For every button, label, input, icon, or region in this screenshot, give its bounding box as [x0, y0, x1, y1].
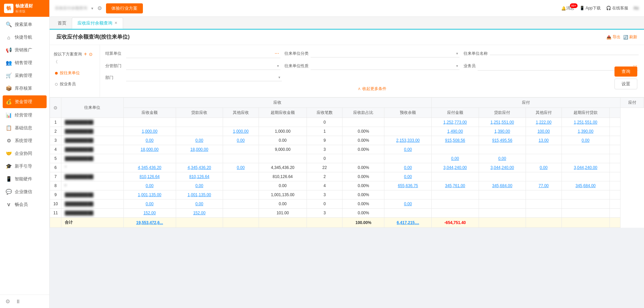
- table-cell[interactable]: [123, 118, 176, 127]
- table-cell[interactable]: 1,390.00: [479, 127, 526, 136]
- table-cell[interactable]: 2,153,333.00: [384, 136, 432, 145]
- settings-icon[interactable]: ⚙: [5, 298, 10, 305]
- table-cell[interactable]: [384, 190, 432, 200]
- table-cell[interactable]: 1,000.00: [223, 127, 259, 136]
- sidebar-item-purchase[interactable]: 🛒 采购管理: [0, 69, 49, 82]
- collapse-icon[interactable]: ⏸: [15, 299, 21, 305]
- table-cell[interactable]: [223, 154, 259, 163]
- table-cell[interactable]: 655,636.75: [384, 181, 432, 190]
- table-cell[interactable]: 1,251,551.00: [561, 118, 610, 127]
- table-cell[interactable]: 810,126.64: [123, 172, 176, 181]
- table-cell[interactable]: [223, 172, 259, 181]
- gear-icon[interactable]: ⚙: [53, 105, 58, 111]
- filter-settings-btn[interactable]: ⊙: [89, 52, 93, 57]
- sidebar-item-finance[interactable]: 💰 资金管理: [3, 95, 47, 108]
- table-cell[interactable]: 0.00: [223, 163, 259, 172]
- try-industry-btn[interactable]: 体验行业方案: [106, 3, 143, 13]
- sidebar-item-system[interactable]: ⚙ 系统管理: [0, 134, 49, 147]
- filter-menu-by-unit[interactable]: 按往来单位: [50, 68, 100, 79]
- sidebar-item-sales[interactable]: 👥 销售管理: [0, 56, 49, 69]
- sidebar-item-cooperation[interactable]: 🤝 企业协同: [0, 147, 49, 160]
- table-cell[interactable]: [561, 209, 610, 218]
- table-cell[interactable]: 810,126.64: [176, 172, 223, 181]
- table-cell[interactable]: 3,044,240.00: [479, 163, 526, 172]
- table-cell[interactable]: 1,390.00: [561, 127, 610, 136]
- table-cell[interactable]: 3,044,240.00: [561, 163, 610, 172]
- table-cell[interactable]: [561, 190, 610, 200]
- table-cell[interactable]: [223, 190, 259, 200]
- sidebar-item-basic[interactable]: 📋 基础信息: [0, 122, 49, 134]
- table-cell[interactable]: 0.00: [123, 136, 176, 145]
- table-cell[interactable]: [479, 200, 526, 209]
- table-cell[interactable]: 0.00: [384, 200, 432, 209]
- table-cell[interactable]: [526, 154, 561, 163]
- sidebar-item-inventory[interactable]: 📦 库存核算: [0, 82, 49, 95]
- sidebar-item-wechat[interactable]: 💬 企业微信: [0, 185, 49, 198]
- table-cell[interactable]: [479, 145, 526, 154]
- table-cell[interactable]: 4,345,436.20: [176, 163, 223, 172]
- table-cell[interactable]: 1,001,135.00: [123, 190, 176, 200]
- table-cell[interactable]: 0.00: [123, 200, 176, 209]
- table-cell[interactable]: 0.00: [526, 163, 561, 172]
- table-cell[interactable]: 345,684.00: [561, 181, 610, 190]
- table-cell[interactable]: 152.00: [176, 209, 223, 218]
- table-cell[interactable]: 0.00: [384, 163, 432, 172]
- sidebar-item-operations[interactable]: 📊 经营管理: [0, 109, 49, 122]
- table-cell[interactable]: 1,251,551.00: [479, 118, 526, 127]
- footer-ar-prepay[interactable]: 6,417,215....: [384, 218, 432, 228]
- sidebar-item-hardware[interactable]: 📱 智能硬件: [0, 173, 49, 185]
- table-cell[interactable]: [479, 209, 526, 218]
- tab-ar-ap-query[interactable]: 应收应付余额查询 ✕: [72, 17, 123, 29]
- table-cell[interactable]: 1,222.00: [526, 118, 561, 127]
- table-cell[interactable]: [561, 145, 610, 154]
- table-cell[interactable]: 0.00: [384, 172, 432, 181]
- table-cell[interactable]: [526, 172, 561, 181]
- table-cell[interactable]: [384, 209, 432, 218]
- table-cell[interactable]: [384, 154, 432, 163]
- table-cell[interactable]: 0.00: [384, 145, 432, 154]
- table-cell[interactable]: 0.00: [176, 181, 223, 190]
- settings-btn[interactable]: 设置: [614, 79, 637, 89]
- table-cell[interactable]: 0.00: [561, 136, 610, 145]
- table-cell[interactable]: 0.00: [223, 136, 259, 145]
- footer-ar-amount[interactable]: 19,553,472,6...: [123, 218, 176, 228]
- table-cell[interactable]: 1,000.00: [123, 127, 176, 136]
- table-cell[interactable]: [223, 145, 259, 154]
- table-cell[interactable]: 4,345,436.20: [123, 163, 176, 172]
- unit-name-input[interactable]: [490, 52, 639, 55]
- table-cell[interactable]: [431, 172, 479, 181]
- sidebar-item-quick-nav[interactable]: ⌂ 快捷导航: [0, 31, 49, 44]
- sidebar-item-search-menu[interactable]: 🔍 搜索菜单: [0, 18, 49, 31]
- query-btn[interactable]: 查询: [614, 67, 637, 77]
- table-cell[interactable]: 1,001,135.00: [176, 190, 223, 200]
- table-cell[interactable]: [384, 118, 432, 127]
- table-cell[interactable]: [526, 190, 561, 200]
- table-cell[interactable]: 0.00: [123, 181, 176, 190]
- table-cell[interactable]: 18,000.00: [123, 145, 176, 154]
- messages-btn[interactable]: 🔔 消息 99+: [561, 5, 574, 11]
- app-download-btn[interactable]: 📱 App下载: [580, 5, 601, 11]
- table-cell[interactable]: [223, 118, 259, 127]
- table-cell[interactable]: [479, 172, 526, 181]
- table-cell[interactable]: [561, 200, 610, 209]
- table-cell[interactable]: 100.00: [526, 127, 561, 136]
- unit-category-input[interactable]: ▾: [311, 50, 460, 57]
- table-cell[interactable]: 345,761.00: [431, 181, 479, 190]
- table-cell[interactable]: 0.00: [479, 154, 526, 163]
- table-cell[interactable]: 77.00: [526, 181, 561, 190]
- filter-menu-by-staff[interactable]: 按业务员: [50, 79, 100, 90]
- table-cell[interactable]: 0.00: [176, 200, 223, 209]
- table-cell[interactable]: 18,000.00: [176, 145, 223, 154]
- table-cell[interactable]: [176, 154, 223, 163]
- filter-collapse-btn[interactable]: 《: [54, 59, 58, 65]
- table-cell[interactable]: [479, 190, 526, 200]
- division-input[interactable]: ▾: [126, 74, 282, 81]
- collapse-more-btn[interactable]: ∧ 收起更多条件: [105, 85, 639, 93]
- unit-nature-input[interactable]: ▾: [311, 62, 460, 70]
- table-cell[interactable]: [223, 181, 259, 190]
- table-cell[interactable]: [431, 190, 479, 200]
- table-cell[interactable]: [561, 172, 610, 181]
- table-cell[interactable]: 3,044,240.00: [431, 163, 479, 172]
- tab-home[interactable]: 首页: [52, 17, 72, 29]
- sidebar-item-marketing[interactable]: 📢 营销推广: [0, 44, 49, 56]
